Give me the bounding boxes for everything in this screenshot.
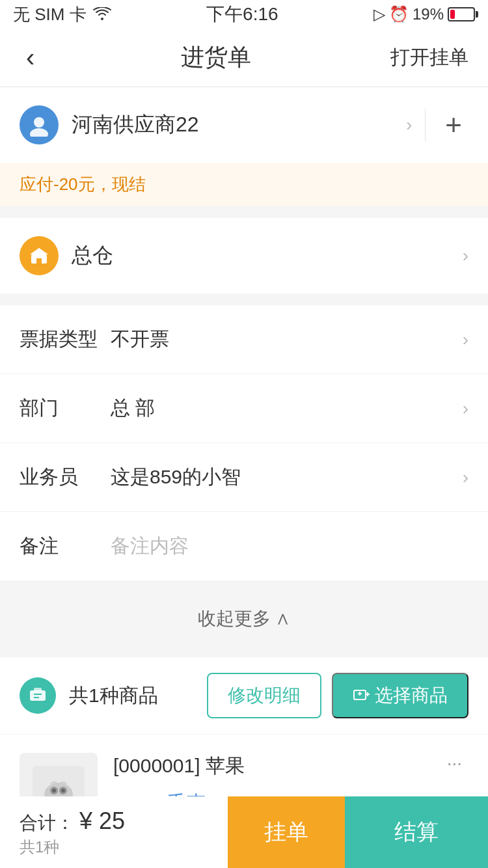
salesman-row[interactable]: 业务员 这是859的小智 › xyxy=(0,443,488,512)
warehouse-chevron: › xyxy=(463,245,468,266)
collapse-button[interactable]: 收起更多 ∧ xyxy=(0,592,488,645)
status-right: ▷ ⏰ 19% xyxy=(373,5,475,23)
divider xyxy=(425,109,426,141)
svg-rect-6 xyxy=(34,688,42,692)
salesman-value: 这是859的小智 xyxy=(111,464,456,491)
products-count: 共1种商品 xyxy=(69,683,207,709)
svg-point-0 xyxy=(34,117,44,128)
product-more-button[interactable]: ··· xyxy=(441,753,468,774)
page-title: 进货单 xyxy=(181,42,251,74)
invoice-type-value: 不开票 xyxy=(111,326,456,353)
edit-detail-button[interactable]: 修改明细 xyxy=(207,673,321,718)
battery-icon xyxy=(448,7,475,21)
status-time: 下午6:16 xyxy=(206,2,278,27)
product-name: [0000001] 苹果 xyxy=(113,753,441,780)
products-header: 共1种商品 修改明细 选择商品 xyxy=(0,657,488,734)
alert-banner: 应付-20元，现结 xyxy=(0,163,488,206)
total-row: 合计： ¥ 25 xyxy=(20,807,208,835)
carrier-text: 无 SIM 卡 xyxy=(13,3,87,26)
svg-point-18 xyxy=(61,789,65,793)
warehouse-section: 总仓 › xyxy=(0,218,488,293)
invoice-chevron: › xyxy=(463,329,468,350)
location-icon: ▷ xyxy=(373,5,385,23)
products-icon xyxy=(20,677,56,714)
nav-bar: ‹ 进货单 打开挂单 xyxy=(0,29,488,87)
back-button[interactable]: ‹ xyxy=(20,36,41,79)
wifi-icon xyxy=(93,5,111,25)
warehouse-name: 总仓 xyxy=(72,241,456,270)
svg-rect-5 xyxy=(30,690,46,701)
department-label: 部门 xyxy=(20,395,111,422)
invoice-type-label: 票据类型 xyxy=(20,326,111,353)
invoice-type-row[interactable]: 票据类型 不开票 › xyxy=(0,305,488,374)
supplier-chevron: › xyxy=(406,115,412,135)
salesman-label: 业务员 xyxy=(20,464,111,491)
form-section: 票据类型 不开票 › 部门 总 部 › 业务员 这是859的小智 › 备注 备注… xyxy=(0,305,488,580)
supplier-name: 河南供应商22 xyxy=(72,111,400,139)
supplier-avatar xyxy=(20,105,59,144)
svg-point-1 xyxy=(30,128,48,137)
total-count: 共1种 xyxy=(20,837,208,858)
total-amount: ¥ 25 xyxy=(79,807,125,835)
add-supplier-button[interactable]: + xyxy=(439,109,468,141)
status-left: 无 SIM 卡 xyxy=(13,3,111,26)
svg-marker-3 xyxy=(30,248,48,254)
select-product-button[interactable]: 选择商品 xyxy=(332,673,468,718)
bottom-bar: 合计： ¥ 25 共1种 挂单 结算 xyxy=(0,796,488,868)
department-chevron: › xyxy=(463,398,468,419)
department-row[interactable]: 部门 总 部 › xyxy=(0,374,488,443)
department-value: 总 部 xyxy=(111,395,456,422)
warehouse-icon xyxy=(20,236,59,275)
alarm-icon: ⏰ xyxy=(389,5,409,23)
total-section: 合计： ¥ 25 共1种 xyxy=(0,796,228,868)
battery-percent: 19% xyxy=(413,5,444,23)
checkout-button[interactable]: 结算 xyxy=(345,796,488,868)
remarks-label: 备注 xyxy=(20,533,111,560)
supplier-section: 河南供应商22 › + 应付-20元，现结 xyxy=(0,87,488,206)
svg-point-17 xyxy=(52,789,56,793)
warehouse-row[interactable]: 总仓 › xyxy=(0,218,488,293)
remarks-row[interactable]: 备注 备注内容 xyxy=(0,512,488,580)
total-label: 合计： xyxy=(20,811,74,835)
select-product-label: 选择商品 xyxy=(375,683,448,708)
remarks-input[interactable]: 备注内容 xyxy=(111,533,468,560)
supplier-row[interactable]: 河南供应商22 › + xyxy=(0,87,488,163)
svg-rect-4 xyxy=(36,258,42,264)
hang-button[interactable]: 挂单 xyxy=(228,796,345,868)
status-bar: 无 SIM 卡 下午6:16 ▷ ⏰ 19% xyxy=(0,0,488,29)
open-hang-button[interactable]: 打开挂单 xyxy=(390,44,468,71)
salesman-chevron: › xyxy=(463,467,468,488)
